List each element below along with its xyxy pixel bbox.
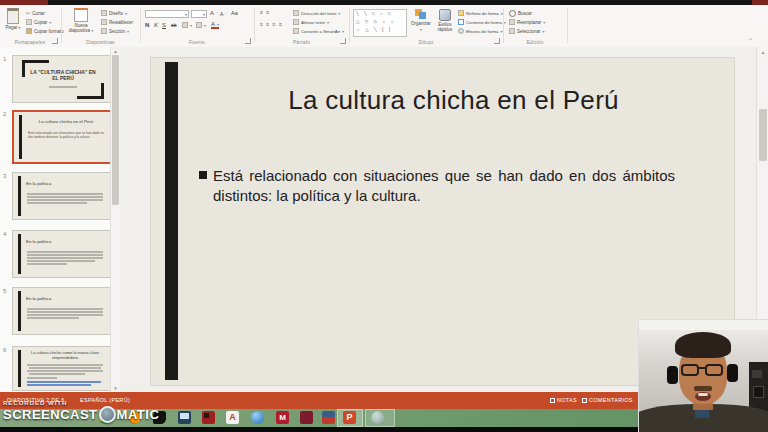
section-button[interactable]: Sección▾	[101, 28, 129, 34]
person-mouth	[695, 392, 711, 401]
comments-button[interactable]: COMENTARIOS	[582, 397, 633, 403]
paste-button[interactable]: Pegar ▾	[3, 8, 23, 31]
strikethrough-button[interactable]: ab	[171, 22, 177, 28]
m-red-app-icon[interactable]: M	[276, 411, 289, 424]
slide-thumbnail-2-selected[interactable]: La cultura chicha en el Perú Está relaci…	[12, 110, 113, 164]
slide-thumbnail-4[interactable]: En la política	[12, 230, 113, 278]
layout-button[interactable]: Diseño▾	[101, 10, 127, 16]
thumbnail-title: En la política	[26, 181, 51, 186]
font-color-button[interactable]: A▾	[211, 21, 219, 29]
thumbnail-title: En la política	[26, 239, 51, 244]
scroll-down-icon[interactable]: ▾	[111, 385, 120, 391]
clipboard-dialog-launcher-icon[interactable]	[52, 38, 58, 44]
align-text-button[interactable]: Alinear texto▾	[293, 19, 329, 25]
media-player-icon[interactable]	[178, 411, 191, 424]
slides-group-label: Diapositivas	[62, 40, 139, 45]
quick-styles-button[interactable]: Estilos rápidos	[434, 9, 456, 32]
internet-explorer-icon[interactable]	[251, 411, 264, 424]
slide-body-textbox[interactable]: Está relacionado con situaciones que se …	[213, 166, 675, 206]
quick-styles-icon	[439, 9, 451, 21]
clear-formatting-button[interactable]: Aa	[231, 10, 238, 16]
select-button[interactable]: Seleccionar▾	[509, 28, 545, 34]
slide-title-textbox[interactable]: La cultura chicha en el Perú	[181, 85, 726, 116]
shape-effects-button[interactable]: Efectos de forma▾	[458, 28, 503, 34]
alignment-buttons[interactable]: ≡ ≡ ≡ ≡	[260, 21, 283, 27]
slide-accent-bar	[165, 62, 178, 380]
find-button[interactable]: Buscar	[509, 10, 532, 17]
headphone-right-cup	[727, 364, 738, 382]
shape-outline-button[interactable]: Contorno de forma▾	[458, 19, 506, 25]
thumbnail-number: 5	[3, 288, 11, 294]
paste-icon	[7, 8, 19, 24]
bold-button[interactable]: N	[145, 22, 149, 28]
font-size-select[interactable]: ▾	[191, 10, 207, 18]
maroon-app-icon[interactable]	[300, 411, 313, 424]
underline-button[interactable]: S	[162, 22, 166, 28]
scrollbar-thumb[interactable]	[112, 55, 119, 205]
slide-thumbnail-5[interactable]: En la política	[12, 287, 113, 335]
corner-bracket-icon	[77, 83, 104, 99]
scrollbar-thumb[interactable]	[759, 109, 767, 161]
ribbon-group-slides: Nueva diapositiva ▾ Diseño▾ Restablecer …	[62, 5, 139, 46]
scissors-icon: ✂	[26, 10, 30, 16]
font-group-label: Fuente	[141, 40, 253, 45]
grow-font-button[interactable]: Aˆ	[210, 10, 217, 16]
shape-outline-icon	[458, 19, 464, 25]
arrange-icon	[415, 9, 427, 20]
shape-fill-button[interactable]: Relleno de forma▾	[458, 10, 503, 16]
shapes-gallery[interactable]: ╲ ╲ □ ○ □ △ ▽ ◇ ○ ☆ ☆ △ ╲ { }	[353, 9, 407, 37]
slide-thumbnail-1[interactable]: LA "CULTURA CHICHA" EN EL PERÚ	[12, 55, 113, 103]
shrink-font-button[interactable]: Aˇ	[220, 11, 227, 17]
text-editor-icon[interactable]: A	[226, 411, 239, 424]
notes-button[interactable]: NOTAS	[550, 397, 577, 403]
replace-button[interactable]: Reemplazar▾	[509, 19, 545, 25]
slide-thumbnail-3[interactable]: En la política	[12, 172, 113, 220]
font-dialog-launcher-icon[interactable]	[245, 38, 251, 44]
new-slide-button[interactable]: Nueva diapositiva ▾	[65, 8, 97, 34]
change-case-button[interactable]: ▾	[196, 22, 206, 28]
drawing-dialog-launcher-icon[interactable]	[494, 38, 500, 44]
drawing-group-label: Dibujo	[350, 40, 502, 45]
scroll-up-icon[interactable]: ▴	[757, 49, 768, 55]
watermark-brand-right: MATIC	[117, 407, 160, 422]
italic-button[interactable]: K	[154, 22, 158, 28]
character-spacing-button[interactable]: ▾	[182, 22, 192, 28]
search-icon	[509, 10, 516, 17]
watermark-brand-left: SCREENCAST	[3, 407, 98, 422]
font-name-select[interactable]: ▾	[145, 10, 189, 18]
webcam-wall	[639, 320, 768, 330]
scroll-up-icon[interactable]: ▴	[111, 48, 120, 54]
watermark-line1: RECORDED WITH	[3, 400, 159, 406]
folder-icon[interactable]	[322, 411, 335, 424]
clipboard-group-label: Portapapeles	[0, 40, 60, 45]
paragraph-dialog-launcher-icon[interactable]	[340, 38, 346, 44]
person-mustache	[694, 386, 712, 391]
character-spacing-icon	[182, 22, 188, 28]
cut-button[interactable]: ✂ Cortar	[26, 10, 45, 16]
ribbon-collapse-icon[interactable]: ⌃	[748, 37, 753, 44]
copy-button[interactable]: Copiar▾	[26, 19, 51, 25]
change-case-icon	[196, 22, 202, 28]
powerpoint-icon[interactable]: P	[343, 411, 356, 424]
paragraph-group-label: Párrafo	[255, 40, 348, 45]
format-painter-icon	[26, 28, 32, 34]
screen-recorder-icon[interactable]	[371, 411, 384, 424]
ribbon-group-editing: Buscar Reemplazar▾ Seleccionar▾ Edición	[504, 5, 566, 46]
convert-smartart-button[interactable]: Convertir a SmartArt▾	[293, 28, 344, 34]
thumbnail-title: LA "CULTURA CHICHA" EN EL PERÚ	[27, 69, 99, 81]
list-buttons[interactable]: ≡ ≡	[260, 9, 270, 15]
headphone-left-cup	[667, 366, 678, 384]
screencast-logo-icon	[99, 406, 116, 423]
reset-icon	[101, 19, 107, 25]
format-painter-button[interactable]: Copiar formato	[26, 28, 64, 34]
thumbnail-panel-scrollbar[interactable]: ▴ ▾	[110, 47, 120, 392]
arrange-button[interactable]: Organizar ▾	[410, 9, 432, 32]
slide-thumbnail-6[interactable]: La cultura chicha como la nueva clase em…	[12, 346, 113, 391]
glasses-left-lens	[681, 364, 699, 376]
text-direction-button[interactable]: Dirección del texto▾	[293, 10, 340, 16]
reset-button[interactable]: Restablecer	[101, 19, 133, 25]
red-app-icon[interactable]	[202, 411, 215, 424]
webcam-video	[638, 319, 768, 432]
thumbnail-number: 1	[3, 56, 11, 62]
screen: Pegar ▾ ✂ Cortar Copiar▾ Copiar formato …	[0, 0, 768, 432]
